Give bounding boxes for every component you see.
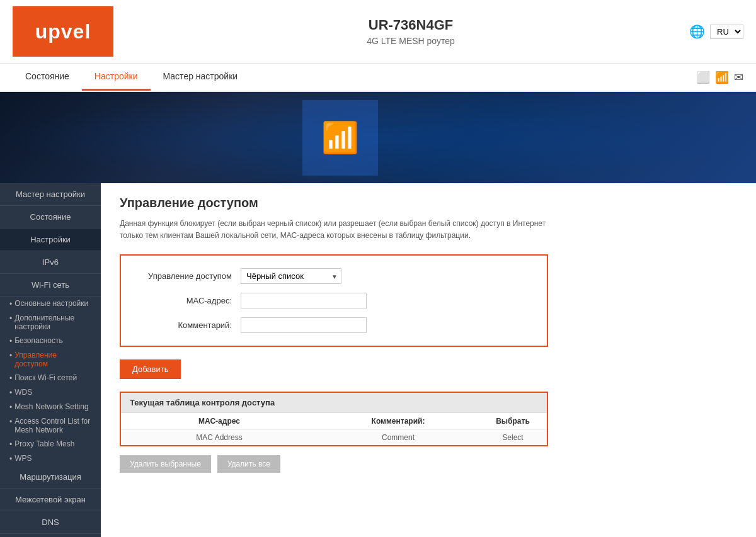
table-subheader: MAC Address Comment Select (121, 429, 547, 445)
nav-settings[interactable]: Настройки (82, 64, 151, 91)
sidebar-sub-security[interactable]: Безопасность (6, 334, 94, 348)
sidebar-item-firewall[interactable]: Межсетевой экран (0, 489, 101, 511)
header-title-area: UR-736N4GF 4G LTE MESH роутер (132, 17, 689, 46)
logo-area: upvel (13, 6, 113, 57)
mac-address-row: МАС-адрес: (140, 293, 528, 308)
wifi-graphic: 📶 (302, 100, 378, 176)
col-mac-header: МАС-адрес (130, 417, 309, 426)
access-control-form: Управление доступом Чёрный список Белый … (120, 254, 548, 347)
language-select[interactable]: RU EN (710, 25, 743, 39)
content-area: Управление доступом Данная функция блоки… (101, 183, 756, 537)
sidebar-sub-wps[interactable]: WPS (6, 451, 94, 466)
banner: 📶 (0, 92, 756, 183)
sidebar-wifi-submenu: Основные настройки Дополнительные настро… (0, 297, 101, 466)
globe-icon: 🌐 (689, 24, 705, 39)
table-header: МАС-адрес Комментарий: Выбрать (121, 412, 547, 429)
add-button[interactable]: Добавить (120, 359, 181, 379)
sidebar-sub-mesh-proxy[interactable]: Proxy Table Mesh (6, 437, 94, 451)
delete-buttons-row: Удалить выбранные Удалить все (120, 455, 737, 473)
col-select-sub: Select (488, 433, 538, 442)
sidebar-item-ipv6[interactable]: IPv6 (0, 251, 101, 274)
nav-icons: ⬜ 📶 ✉ (696, 71, 743, 84)
wifi-icon: 📶 (321, 120, 359, 155)
nav-links: Состояние Настройки Мастер настройки (13, 64, 250, 91)
col-mac-sub: MAC Address (130, 433, 309, 442)
col-comment-header: Комментарий: (309, 417, 488, 426)
banner-overlay (0, 92, 756, 183)
mail-icon[interactable]: ✉ (734, 71, 743, 84)
access-table: Текущая таблица контроля доступа МАС-адр… (120, 392, 548, 446)
page-title: Управление доступом (120, 196, 737, 210)
header: upvel UR-736N4GF 4G LTE MESH роутер 🌐 RU… (0, 0, 756, 64)
comment-label: Комментарий: (140, 320, 241, 330)
access-control-select-wrapper: Чёрный список Белый список Выкл. (241, 268, 341, 284)
table-title: Текущая таблица контроля доступа (121, 393, 547, 412)
device-subtitle: 4G LTE MESH роутер (132, 36, 689, 46)
signal-icon[interactable]: 📶 (715, 71, 729, 84)
nav-wizard[interactable]: Мастер настройки (151, 64, 251, 91)
main-layout: Мастер настройки Состояние Настройки IPv… (0, 183, 756, 537)
sidebar-sub-mesh-acl[interactable]: Access Control List for Mesh Network (6, 414, 94, 437)
sidebar-sub-basic[interactable]: Основные настройки (6, 297, 94, 311)
sidebar-item-dns[interactable]: DNS (0, 511, 101, 534)
sidebar-sub-wds[interactable]: WDS (6, 385, 94, 400)
sidebar-item-routing[interactable]: Маршрутизация (0, 466, 101, 489)
access-control-label: Управление доступом (140, 271, 241, 281)
comment-row: Комментарий: (140, 317, 528, 333)
logo: upvel (35, 20, 91, 43)
sidebar-sub-access[interactable]: Управление доступом (6, 348, 94, 371)
col-comment-sub: Comment (309, 433, 488, 442)
sidebar: Мастер настройки Состояние Настройки IPv… (0, 183, 101, 537)
sidebar-item-wifi[interactable]: Wi-Fi сеть (0, 274, 101, 297)
sidebar-item-status[interactable]: Состояние (0, 206, 101, 229)
nav-bar: Состояние Настройки Мастер настройки ⬜ 📶… (0, 64, 756, 92)
col-select-header: Выбрать (488, 417, 538, 426)
sidebar-sub-advanced[interactable]: Дополнительные настройки (6, 311, 94, 334)
header-right: 🌐 RU EN (689, 24, 743, 39)
sidebar-sub-scan[interactable]: Поиск Wi-Fi сетей (6, 371, 94, 385)
mac-address-input[interactable] (241, 293, 367, 308)
sidebar-item-settings[interactable]: Настройки (0, 229, 101, 251)
sidebar-item-service[interactable]: Сервис (0, 534, 101, 537)
comment-input[interactable] (241, 317, 367, 333)
delete-all-button[interactable]: Удалить все (217, 455, 280, 473)
sidebar-sub-mesh-network[interactable]: Mesh Network Setting (6, 400, 94, 414)
device-model: UR-736N4GF (132, 17, 689, 33)
sidebar-item-wizard[interactable]: Мастер настройки (0, 183, 101, 206)
delete-selected-button[interactable]: Удалить выбранные (120, 455, 211, 473)
page-description: Данная функция блокирует (если выбран че… (120, 218, 548, 242)
nav-status[interactable]: Состояние (13, 64, 82, 91)
access-control-row: Управление доступом Чёрный список Белый … (140, 268, 528, 284)
mac-address-label: МАС-адрес: (140, 296, 241, 305)
access-control-select[interactable]: Чёрный список Белый список Выкл. (241, 268, 341, 284)
monitor-icon[interactable]: ⬜ (696, 71, 710, 84)
